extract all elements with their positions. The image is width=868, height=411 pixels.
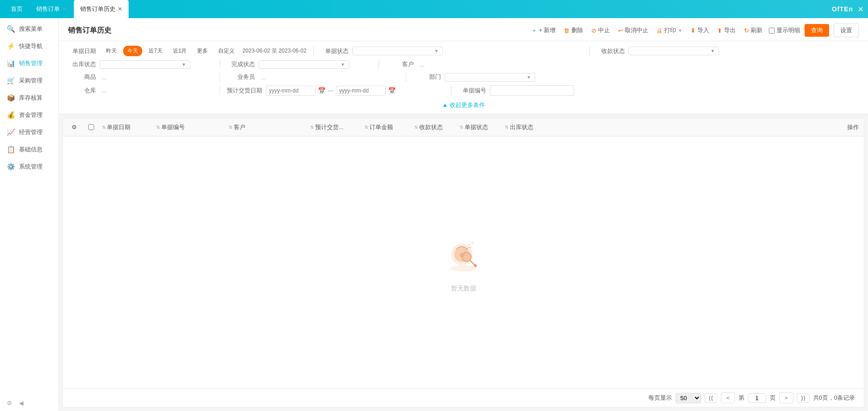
sidebar-item-system[interactable]: ⚙️ 系统管理 <box>0 158 58 175</box>
order-no-input[interactable] <box>490 85 574 96</box>
show-detail-check[interactable] <box>769 28 775 34</box>
th-amount[interactable]: ⇅ 订单金额 <box>362 120 412 135</box>
sidebar-item-finance[interactable]: 💰 资金管理 <box>0 106 58 124</box>
date-chip-more[interactable]: 更多 <box>193 46 212 56</box>
th-customer[interactable]: ⇅ 客户 <box>226 120 307 135</box>
out-status-select[interactable]: ▼ <box>100 60 190 69</box>
date-chip-yesterday[interactable]: 昨天 <box>102 46 121 56</box>
th-delivery[interactable]: ⇅ 预计交货... <box>307 120 362 135</box>
tab-sales-order-label: 销售订单 <box>36 5 60 13</box>
th-order-status[interactable]: ⇅ 单据状态 <box>457 120 502 135</box>
import-button[interactable]: ⬇ 导入 <box>689 25 711 35</box>
warehouse-dots[interactable]: ... <box>100 87 109 94</box>
sidebar-item-inventory-label: 库存核算 <box>19 94 43 102</box>
page-first-button[interactable]: ⟨⟨ <box>705 393 717 403</box>
sidebar-item-search[interactable]: 🔍 搜索菜单 <box>0 20 58 38</box>
sidebar-item-inventory[interactable]: 📦 库存核算 <box>0 89 58 106</box>
query-button[interactable]: 查询 <box>805 24 829 37</box>
sidebar-settings-icon[interactable]: ⚙ <box>7 400 12 406</box>
th-out-status[interactable]: ⇅ 出库状态 <box>502 120 547 135</box>
sidebar-item-purchase[interactable]: 🛒 采购管理 <box>0 72 58 89</box>
show-detail-checkbox[interactable]: 显示明细 <box>769 26 800 34</box>
inventory-icon: 📦 <box>7 94 15 102</box>
page-prev-button[interactable]: ＜ <box>721 392 735 403</box>
sidebar-collapse-icon[interactable]: ◀ <box>19 400 24 406</box>
tab-sales-history[interactable]: 销售订单历史 ✕ <box>74 0 129 18</box>
expected-date-from[interactable] <box>266 86 316 96</box>
filter-col-salesperson: 业务员 ... <box>227 73 399 81</box>
tab-home[interactable]: 首页 <box>5 0 29 18</box>
stop-icon: ⊘ <box>591 27 596 34</box>
svg-point-6 <box>459 253 464 257</box>
top-close-icon[interactable]: ✕ <box>858 5 863 14</box>
sales-icon: 📊 <box>7 59 15 68</box>
svg-point-5 <box>474 264 477 267</box>
settings-gear-icon[interactable]: ⚙ <box>72 124 77 131</box>
sidebar-item-sales[interactable]: 📊 销售管理 <box>0 55 58 72</box>
new-label: + 新增 <box>539 26 556 34</box>
date-chip-custom[interactable]: 自定义 <box>214 46 239 56</box>
th-check[interactable] <box>83 121 99 134</box>
per-page-select[interactable]: 50 10 20 100 <box>676 393 701 403</box>
export-label: 导出 <box>724 26 736 34</box>
cancel-stop-button[interactable]: ↩ 取消中止 <box>616 25 650 35</box>
search-menu-icon: 🔍 <box>7 25 15 33</box>
th-out-status-sort-icon: ⇅ <box>505 125 508 130</box>
page-input[interactable] <box>748 393 766 403</box>
calendar-to-icon[interactable]: 📅 <box>388 87 396 94</box>
divider-5 <box>220 73 220 82</box>
pay-status-select[interactable]: ▼ <box>628 47 719 55</box>
th-pay-status-sort-icon: ⇅ <box>414 125 418 130</box>
product-dots[interactable]: ... <box>100 74 109 81</box>
settings-button[interactable]: 设置 <box>834 24 859 37</box>
filter-area: 单据日期 昨天 今天 近7天 近1月 更多 自定义 2023-06-02 至 2… <box>59 41 868 114</box>
date-chips: 昨天 今天 近7天 近1月 更多 自定义 <box>102 46 239 56</box>
th-date[interactable]: ⇅ 单据日期 <box>99 120 153 135</box>
sidebar-item-operations-label: 经营管理 <box>19 128 43 136</box>
filter-col-expected-date: 预计交货日期 📅 — 📅 <box>227 86 444 96</box>
sidebar-item-system-label: 系统管理 <box>19 163 43 171</box>
collapse-filter[interactable]: ▲ 收起更多条件 <box>68 99 859 109</box>
department-select[interactable]: ▼ <box>445 73 535 82</box>
tab-sales-order-close[interactable]: ✕ <box>62 6 67 12</box>
tab-sales-history-close[interactable]: ✕ <box>118 6 122 12</box>
quicknav-icon: ⚡ <box>7 42 15 50</box>
th-pay-status[interactable]: ⇅ 收款状态 <box>412 120 457 135</box>
page-title: 销售订单历史 <box>68 26 111 35</box>
select-all-checkbox[interactable] <box>88 124 94 130</box>
expected-date-to[interactable] <box>336 86 386 96</box>
th-settings[interactable]: ⚙ <box>65 120 83 134</box>
page-label: 第 <box>739 394 744 402</box>
date-chip-1month[interactable]: 近1月 <box>169 46 191 56</box>
delete-button[interactable]: 🗑 删除 <box>562 25 585 35</box>
customer-dots[interactable]: ... <box>417 61 427 68</box>
filter-row-2: 出库状态 ▼ 完成状态 ▼ 客户 ... <box>68 60 859 69</box>
print-button[interactable]: 🖨 打印 ▼ <box>655 25 684 35</box>
th-out-status-label: 出库状态 <box>510 123 533 131</box>
th-order[interactable]: ⇅ 单据编号 <box>153 120 226 135</box>
calendar-from-icon[interactable]: 📅 <box>318 87 326 94</box>
order-status-select[interactable]: ▼ <box>352 47 443 55</box>
stop-button[interactable]: ⊘ 中止 <box>590 25 612 35</box>
new-button[interactable]: ＋ + 新增 <box>529 25 557 35</box>
sidebar-item-basicinfo[interactable]: 📋 基础信息 <box>0 141 58 158</box>
date-chip-7days[interactable]: 近7天 <box>144 46 167 56</box>
sidebar-item-quicknav[interactable]: ⚡ 快捷导航 <box>0 38 58 55</box>
salesperson-dots[interactable]: ... <box>259 74 268 81</box>
date-chip-today[interactable]: 今天 <box>123 46 142 56</box>
th-delivery-label: 预计交货... <box>315 123 344 131</box>
export-button[interactable]: ⬆ 导出 <box>715 25 738 35</box>
complete-status-label: 完成状态 <box>227 60 259 68</box>
complete-status-select[interactable]: ▼ <box>259 60 349 69</box>
refresh-button[interactable]: ↻ 刷新 <box>742 25 764 35</box>
page-last-button[interactable]: ⟩⟩ <box>797 393 810 403</box>
page-next-button[interactable]: ＞ <box>779 392 793 403</box>
filter-col-pay-status: 收款状态 ▼ <box>597 47 859 55</box>
tab-sales-order[interactable]: 销售订单 ✕ <box>30 0 73 18</box>
import-label: 导入 <box>697 26 709 34</box>
pay-status-arrow: ▼ <box>710 48 715 53</box>
svg-point-0 <box>450 265 476 271</box>
sidebar-item-operations[interactable]: 📈 经营管理 <box>0 124 58 141</box>
sidebar-item-purchase-label: 采购管理 <box>19 77 43 85</box>
print-arrow: ▼ <box>678 28 682 33</box>
